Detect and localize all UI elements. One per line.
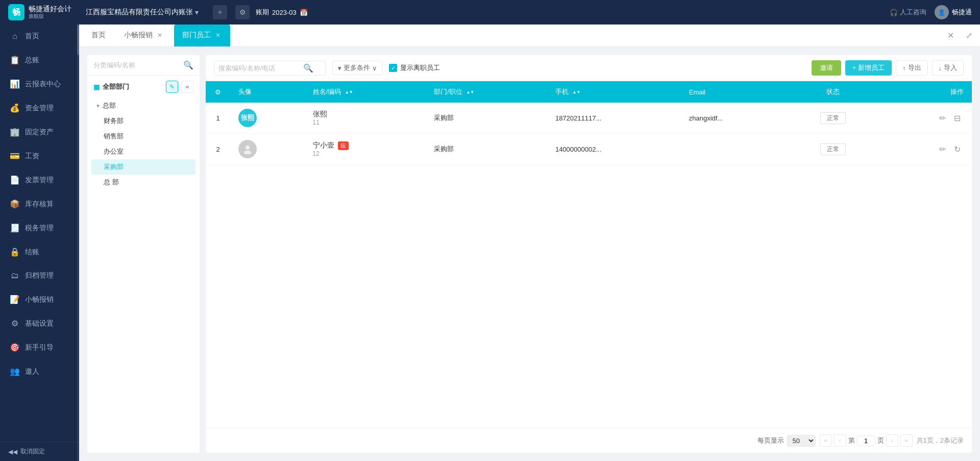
logo-icon: 畅 — [8, 4, 24, 20]
row-action-buttons: ✏ ↻ — [886, 143, 964, 155]
logo-area: 畅 畅捷通好会计 旗舰版 — [8, 4, 80, 20]
reports-icon: 📊 — [10, 79, 20, 89]
refresh-button[interactable]: ↻ — [951, 143, 964, 155]
sidebar-item-home[interactable]: ⌂ 首页 — [0, 25, 79, 48]
dept-collapse-button[interactable]: « — [181, 81, 193, 93]
dept-node-caiwu[interactable]: 财务部 — [91, 113, 195, 129]
sidebar-item-closing[interactable]: 🔒 结账 — [0, 240, 79, 264]
home-icon: ⌂ — [10, 32, 20, 41]
dept-node-bangongshi[interactable]: 办公室 — [91, 144, 195, 159]
sidebar-item-expense[interactable]: 📝 小畅报销 — [0, 287, 79, 311]
last-page-button[interactable]: » — [900, 434, 913, 447]
content-area: 首页 小畅报销 ✕ 部门员工 ✕ ✕ ⤢ 🔍 — [79, 25, 980, 461]
col-email: Email — [681, 81, 789, 103]
employee-search-input[interactable] — [218, 64, 300, 72]
col-name-code[interactable]: 姓名/编码 ▲▼ — [305, 81, 426, 103]
per-page-select[interactable]: 50 20 100 — [787, 435, 816, 447]
sidebar-item-label: 云报表中心 — [25, 80, 61, 89]
invite-button[interactable]: 邀请 — [812, 60, 841, 76]
company-selector[interactable]: 江西服宝精品有限责任公司内账张 ▾ — [86, 8, 199, 17]
show-left-checkbox[interactable]: ✓ 显示离职员工 — [389, 63, 440, 72]
sidebar-item-funds[interactable]: 💰 资金管理 — [0, 96, 79, 120]
page-input[interactable] — [857, 435, 875, 446]
tab-expense[interactable]: 小畅报销 ✕ — [116, 25, 172, 46]
row-avatar — [230, 134, 305, 165]
top-bar-actions: ＋ ⚙ — [213, 5, 250, 19]
row-phone: 14000000002... — [547, 134, 681, 165]
service-button[interactable]: 🎧 人工咨询 — [890, 8, 926, 17]
sidebar-item-label: 新手引导 — [25, 343, 54, 352]
tab-close-all[interactable]: ✕ — [943, 29, 958, 43]
dept-node-zongbu-parent[interactable]: ▼ 总部 — [91, 98, 195, 113]
prev-page-button[interactable]: ‹ — [834, 434, 846, 447]
tab-expand[interactable]: ⤢ — [962, 29, 976, 43]
first-page-button[interactable]: « — [820, 434, 832, 447]
sidebar-item-label: 基础设置 — [25, 319, 54, 328]
page-content: 🔍 ▦ 全部部门 ✎ « ▼ 总部 — [79, 47, 980, 461]
sidebar-item-invoice[interactable]: 📄 发票管理 — [0, 168, 79, 192]
sidebar-item-label: 小畅报销 — [25, 295, 54, 304]
avatar: 👤 — [935, 5, 949, 19]
filter-chevron: ∨ — [372, 64, 377, 72]
page-nav: « ‹ 第 页 › » — [820, 434, 913, 447]
sidebar-item-tax[interactable]: 🧾 税务管理 — [0, 216, 79, 240]
tab-expense-close[interactable]: ✕ — [156, 31, 164, 39]
dept-search-input[interactable] — [93, 61, 179, 69]
tab-expense-label: 小畅报销 — [124, 31, 153, 40]
sidebar-item-inventory[interactable]: 📦 库存核算 — [0, 192, 79, 216]
user-button[interactable]: 👤 畅捷通 — [935, 5, 972, 19]
sort-icon: ▲▼ — [573, 90, 581, 94]
sidebar-item-salary[interactable]: 💳 工资 — [0, 144, 79, 168]
sidebar-item-label: 首页 — [25, 32, 39, 41]
col-phone[interactable]: 手机 ▲▼ — [547, 81, 681, 103]
sidebar: ⌂ 首页 📋 总账 📊 云报表中心 💰 资金管理 🏢 固定资产 💳 工资 📄 发… — [0, 25, 79, 461]
next-page-button[interactable]: › — [886, 434, 898, 447]
employee-toolbar: 🔍 ▾ 更多条件 ∨ ✓ 显示离职员工 邀请 + 新增员工 — [206, 55, 972, 81]
dept-node-zongbu2[interactable]: 总 部 — [91, 175, 195, 190]
calendar-icon[interactable]: 📅 — [300, 9, 308, 16]
alert-badge: 应 — [338, 141, 349, 150]
per-page-label: 每页显示 — [757, 436, 784, 445]
row-dept: 采购部 — [426, 103, 547, 134]
dept-node-xiaoshou[interactable]: 销售部 — [91, 129, 195, 144]
sidebar-scrollbar[interactable] — [77, 25, 79, 461]
col-settings[interactable]: ⚙ — [206, 81, 230, 103]
tab-home[interactable]: 首页 — [83, 25, 114, 46]
top-bar-right: 🎧 人工咨询 👤 畅捷通 — [890, 5, 972, 19]
filter-button[interactable]: ▾ 更多条件 ∨ — [332, 61, 383, 75]
col-dept[interactable]: 部门/职位 ▲▼ — [426, 81, 547, 103]
add-employee-button[interactable]: + 新增员工 — [845, 60, 892, 76]
sidebar-item-reports[interactable]: 📊 云报表中心 — [0, 72, 79, 96]
invoice-icon: 📄 — [10, 175, 20, 185]
sidebar-item-ledger[interactable]: 📋 总账 — [0, 48, 79, 72]
sidebar-item-archive[interactable]: 🗂 归档管理 — [0, 264, 79, 287]
dept-edit-button[interactable]: ✎ — [166, 81, 178, 93]
sidebar-item-assets[interactable]: 🏢 固定资产 — [0, 120, 79, 144]
add-button[interactable]: ＋ — [213, 5, 227, 19]
export-button[interactable]: ↑ 导出 — [896, 60, 928, 76]
sidebar-item-settings[interactable]: ⚙ 基础设置 — [0, 311, 79, 335]
tab-employees[interactable]: 部门员工 ✕ — [174, 25, 230, 46]
import-button[interactable]: ↓ 导入 — [932, 60, 964, 76]
dept-tree: ▼ 总部 财务部 销售部 办公室 采购部 — [87, 98, 200, 453]
sidebar-item-invite[interactable]: 👥 邀人 — [0, 359, 79, 383]
svg-point-1 — [244, 151, 251, 154]
tax-icon: 🧾 — [10, 223, 20, 233]
edit-button[interactable]: ✏ — [936, 112, 949, 124]
dept-node-label: 财务部 — [104, 116, 124, 126]
settings-button[interactable]: ⚙ — [235, 5, 250, 19]
dept-header: ▦ 全部部门 ✎ « — [87, 76, 200, 98]
employee-panel: 🔍 ▾ 更多条件 ∨ ✓ 显示离职员工 邀请 + 新增员工 — [206, 55, 972, 453]
unpin-button[interactable]: ◀◀ 取消固定 — [0, 442, 79, 461]
dept-search-icon: 🔍 — [183, 60, 193, 70]
edit-button[interactable]: ✏ — [936, 143, 949, 155]
dept-node-label: 销售部 — [104, 132, 124, 141]
dept-node-caigou[interactable]: 采购部 — [91, 159, 195, 175]
tab-employees-close[interactable]: ✕ — [214, 31, 222, 39]
assets-icon: 🏢 — [10, 127, 20, 137]
row-name-code: 张熙 11 — [305, 103, 426, 134]
sidebar-item-guide[interactable]: 🎯 新手引导 — [0, 335, 79, 359]
employee-search-box: 🔍 — [214, 61, 326, 76]
logout-button[interactable]: ⊟ — [951, 112, 964, 124]
logo-title: 畅捷通好会计 — [29, 5, 71, 13]
